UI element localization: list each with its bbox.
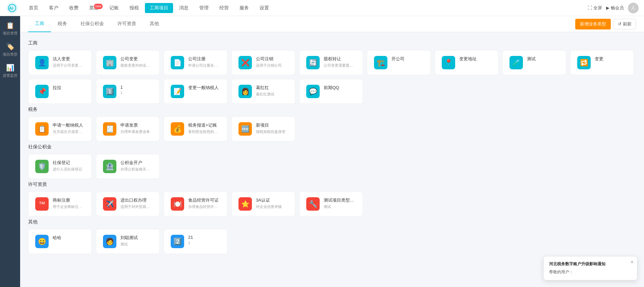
card-name: 拉拉 [53,85,85,91]
sidebar-item-0[interactable]: 📋 项目管理 [1,19,19,39]
card-name: 公司注册 [188,56,220,62]
card-name: 商标注册 [53,197,85,203]
nav-item-记账[interactable]: 记账 [105,3,123,13]
card-0-2[interactable]: 📄 公司注册 申请公司注册全流程 [164,50,227,75]
card-icon: 🏗️ [374,56,387,69]
cards-grid-3: ™ 商标注册 用于企业商标注册服务 ✈️ 进出口权办理 适用于对外贸易经营者 🍽… [28,192,636,216]
card-0-7[interactable]: 🧪 测试 [502,50,566,75]
nav-item-设置[interactable]: 设置 [255,3,274,13]
tab-税务[interactable]: 税务 [51,16,74,32]
card-3-3[interactable]: ⭐ 3A认证 对企业信誉评级 [231,192,295,216]
cards-grid-4: 😄 哈哈 🧑 刘聪测试 测试 2️⃣ 21 1 [28,229,636,254]
card-0-0[interactable]: 👤 法人变更 适用于公司变更法人 [28,50,92,75]
new-type-button[interactable]: 新增业务类型 [575,19,611,29]
tab-社保公积金[interactable]: 社保公积金 [74,16,111,32]
card-desc: 1 [188,241,220,245]
cards-grid-0: 👤 法人变更 适用于公司变更法人 🏢 公司变更 股权变更外的业务变更 📄 公司注… [28,50,636,104]
card-0-9[interactable]: 📌 拉拉 [28,79,92,104]
avatar[interactable]: 人 [628,3,639,13]
card-4-2[interactable]: 2️⃣ 21 1 [164,229,227,254]
card-0-3[interactable]: ❌ 公司注销 适用于注销公司 [231,50,295,75]
sidebar-item-1[interactable]: 🏷️ 项目类型 [1,40,19,60]
nav-item-经营[interactable]: 经营 [215,3,233,13]
nav-item-工商项目[interactable]: 工商项目 [145,3,173,13]
nav-item-首页[interactable]: 首页 [24,3,43,13]
card-0-1[interactable]: 🏢 公司变更 股权变更外的业务变更 [96,50,160,75]
card-icon: ❌ [238,56,252,69]
card-0-8[interactable]: 🔁 变更 [570,50,634,75]
nav-item-报税[interactable]: 报税 [125,3,144,13]
card-icon: ⭐ [238,197,252,211]
main-content: 工商税务社保公积金许可资质其他 新增业务类型 ↺ 刷新 工商 👤 法人变更 适用… [20,16,644,287]
card-info: 股权转让 公司变更需要股权转让 [324,56,356,68]
tab-工商[interactable]: 工商 [28,16,51,32]
card-3-1[interactable]: ✈️ 进出口权办理 适用于对外贸易经营者 [96,192,160,216]
card-info: 测试项目类型目定义 测试 [324,197,356,209]
card-0-6[interactable]: 📍 变更地址 [435,50,498,75]
card-4-1[interactable]: 🧑 刘聪测试 测试 [96,229,160,254]
notification-close-button[interactable]: × [631,259,634,265]
card-name: 变更地址 [459,56,491,62]
card-info: 葛红红 葛红红测试 [256,85,288,97]
card-0-13[interactable]: 💬 前期QQ [299,79,363,104]
card-name: 社保登记 [53,160,85,166]
nav-item-服务[interactable]: 服务 [235,3,254,13]
card-0-4[interactable]: 🔄 股权转让 公司变更需要股权转让 [299,50,363,75]
card-desc: 公司变更需要股权转让 [324,63,356,68]
card-1-2[interactable]: 💰 税务报道+记账 拿到营业执照的新公司 [164,117,227,141]
nav-items: 首页客户收费票据new记账报税工商项目消息管理经营服务设置 [24,3,588,13]
refresh-button[interactable]: ↺ 刷新 [613,19,636,29]
card-4-0[interactable]: 😄 哈哈 [28,229,92,254]
tab-许可资质[interactable]: 许可资质 [111,16,143,32]
card-0-11[interactable]: 📝 变更一般纳税人 [164,79,227,104]
card-3-0[interactable]: ™ 商标注册 用于企业商标注册服务 [28,192,92,216]
fullscreen-button[interactable]: ⛶ 全屏 [588,5,602,11]
card-info: 进出口权办理 适用于对外贸易经营者 [120,197,153,209]
card-desc: 申请公司注册全流程 [188,63,220,68]
card-desc: 当月或次月成变更完成 [53,129,85,134]
member-icon: ▶ [606,5,609,10]
sidebar: 📋 项目管理 🏷️ 项目类型 📊 进度监控 [0,16,20,287]
card-info: 新项目 报税加税控盘保管 [256,122,288,134]
card-icon: 🍽️ [171,197,184,211]
nav-item-票据[interactable]: 票据new [85,3,103,13]
card-info: 公司注销 适用于注销公司 [256,56,288,68]
card-0-5[interactable]: 🏗️ 开公司 [367,50,431,75]
card-2-0[interactable]: 🛡️ 社保登记 进行人员社保登记 [28,154,92,179]
sidebar-item-2[interactable]: 📊 进度监控 [1,61,19,81]
card-3-4[interactable]: 🔧 测试项目类型目定义 测试 [299,192,363,216]
card-info: 申请一般纳税人 当月或次月成变更完成 [53,122,85,134]
card-0-10[interactable]: 1️⃣ 1 1 [96,79,160,104]
tab-bar: 工商税务社保公积金许可资质其他 新增业务类型 ↺ 刷新 [20,16,644,32]
card-3-2[interactable]: 🍽️ 食品经营许可证 办理食品经营许可证 [164,192,227,216]
nav-item-管理[interactable]: 管理 [195,3,213,13]
card-1-1[interactable]: 🧾 申请发票 办理申请发票业务 [96,117,160,141]
nav-item-消息[interactable]: 消息 [174,3,193,13]
fullscreen-label: 全屏 [593,5,602,11]
nav-item-收费[interactable]: 收费 [64,3,83,13]
cards-grid-1: 📋 申请一般纳税人 当月或次月成变更完成 🧾 申请发票 办理申请发票业务 💰 税… [28,117,636,141]
card-desc: 适用于对外贸易经营者 [120,204,153,209]
member-button[interactable]: ▶ 畅会员 [606,5,624,11]
card-desc: 1 [120,91,153,95]
card-info: 测试 [527,56,559,63]
card-info: 3A认证 对企业信誉评级 [256,197,288,209]
card-1-3[interactable]: 🆕 新项目 报税加税控盘保管 [231,117,295,141]
card-name: 食品经营许可证 [188,197,220,203]
nav-item-客户[interactable]: 客户 [44,3,63,13]
card-desc: 办理公积金相关业务 [120,167,153,172]
tab-bar-actions: 新增业务类型 ↺ 刷新 [575,19,636,29]
card-info: 公司注册 申请公司注册全流程 [188,56,220,68]
card-1-0[interactable]: 📋 申请一般纳税人 当月或次月成变更完成 [28,117,92,141]
card-name: 股权转让 [324,56,356,62]
card-0-12[interactable]: 👩 葛红红 葛红红测试 [231,79,295,104]
card-icon: 2️⃣ [171,235,184,248]
card-icon: 🆕 [238,122,252,136]
tab-其他[interactable]: 其他 [143,16,166,32]
card-icon: 1️⃣ [103,85,116,98]
card-info: 公司变更 股权变更外的业务变更 [120,56,153,68]
card-name: 葛红红 [256,85,288,91]
card-icon: 💰 [171,122,184,136]
card-2-1[interactable]: 🏦 公积金开户 办理公积金相关业务 [96,154,160,179]
card-name: 新项目 [256,122,288,128]
